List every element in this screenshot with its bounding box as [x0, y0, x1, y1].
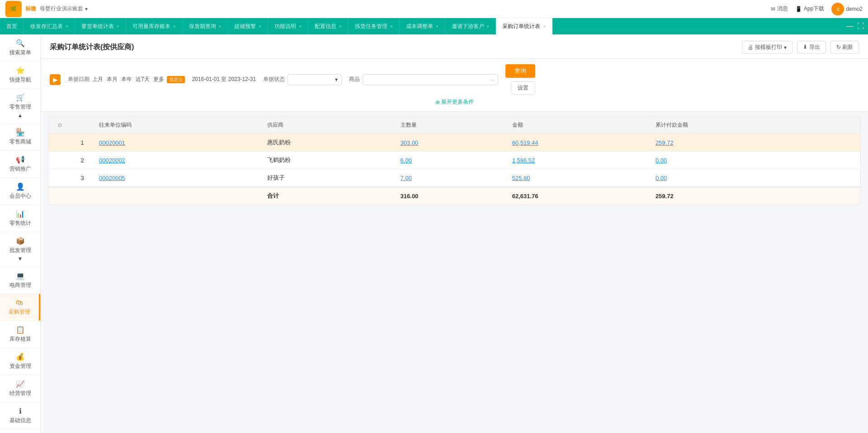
shortcut-7days[interactable]: 近7天: [136, 76, 150, 83]
tab-pick-task[interactable]: 拣货任务管理 ×: [349, 18, 400, 34]
row-amount[interactable]: 525.80: [507, 169, 650, 187]
member-icon: 👤: [16, 182, 25, 191]
sidebar-item-wholesale[interactable]: 📦 批发管理 ▼: [0, 232, 40, 267]
tab-receive-summary[interactable]: 收发存汇总表 ×: [24, 18, 75, 34]
close-icon[interactable]: ×: [487, 24, 490, 29]
message-icon: ✉: [771, 6, 775, 12]
tab-invite-customer[interactable]: 邀请下游客户 ×: [445, 18, 496, 34]
shortcut-last-month[interactable]: 上月: [92, 76, 103, 83]
row-seq: 2: [71, 152, 94, 169]
app-download-button[interactable]: 📱 App下载: [795, 5, 824, 13]
sidebar-item-basic-info-label: 基础信息: [9, 417, 31, 424]
search-button[interactable]: 查询: [505, 64, 535, 78]
tab-func-desc[interactable]: 功能说明 ×: [268, 18, 308, 34]
minimize-icon[interactable]: —: [846, 22, 854, 30]
template-print-button[interactable]: 🖨 按模板打印 ▾: [742, 41, 793, 54]
close-icon[interactable]: ×: [219, 24, 222, 29]
gear-icon[interactable]: ⚙: [57, 122, 62, 128]
row-extra: [818, 134, 860, 152]
tab-overstock[interactable]: 超储预警 ×: [228, 18, 268, 34]
status-select[interactable]: ▾: [288, 74, 342, 85]
sidebar-item-retail[interactable]: 🛒 零售管理 ▲: [0, 89, 40, 124]
sidebar-item-inventory-label: 库存核算: [9, 335, 31, 343]
sidebar-item-shortcut-label: 快捷导航: [9, 76, 31, 84]
page-content: 采购订单统计表(按供应商) 🖨 按模板打印 ▾ ⬇ 导出 ↻ 刷新: [41, 34, 868, 205]
sidebar-item-marketing[interactable]: 📢 营销推广: [0, 151, 40, 178]
row-main-qty[interactable]: 7.00: [395, 169, 507, 187]
settings-col-header: ⚙: [48, 117, 71, 134]
settings-button[interactable]: 设置: [511, 81, 535, 95]
row-supplier-name: 飞鹤奶粉: [262, 152, 395, 169]
close-icon[interactable]: ×: [390, 24, 393, 29]
close-icon[interactable]: ×: [117, 24, 119, 29]
close-icon[interactable]: ×: [339, 24, 342, 29]
message-button[interactable]: ✉ 消息: [771, 5, 788, 13]
close-icon[interactable]: ×: [436, 24, 439, 29]
shortcut-this-year[interactable]: 本年: [121, 76, 132, 83]
sidebar-item-purchase[interactable]: 🛍 采购管理: [0, 294, 40, 321]
tab-func-desc-label: 功能说明: [274, 23, 296, 30]
close-icon[interactable]: ×: [173, 24, 176, 29]
row-supplier-code[interactable]: 00020001: [94, 134, 262, 152]
tab-home[interactable]: 首页: [0, 18, 24, 34]
tab-expiry-query[interactable]: 保质期查询 ×: [183, 18, 228, 34]
tab-order-summary[interactable]: 要货单统计表 ×: [75, 18, 126, 34]
tab-home-label: 首页: [6, 23, 17, 30]
row-paid-amount[interactable]: 0.00: [650, 152, 818, 169]
supplier-name-col-header: 供应商: [262, 117, 395, 134]
user-profile[interactable]: d demo2: [831, 3, 863, 15]
app-label: App下载: [804, 5, 824, 13]
sidebar-item-system[interactable]: ⚙ 系统管理: [0, 429, 40, 433]
footer-label: 合计: [262, 187, 395, 205]
tab-cost-adjust[interactable]: 成本调整单 ×: [400, 18, 445, 34]
close-icon[interactable]: ×: [66, 24, 68, 29]
tab-config[interactable]: 配置信息 ×: [308, 18, 349, 34]
data-table: ⚙ 往来单位编码 供应商 主数量 金额 累计付款金额 1: [48, 117, 860, 205]
row-paid-amount[interactable]: 0.00: [650, 169, 818, 187]
close-icon[interactable]: ×: [543, 24, 546, 29]
sidebar-item-retail-shop[interactable]: 🏪 零售商城: [0, 124, 40, 151]
row-amount[interactable]: 60,519.44: [507, 134, 650, 152]
wholesale-icon: 📦: [16, 237, 25, 245]
row-supplier-code[interactable]: 00020005: [94, 169, 262, 187]
refresh-button[interactable]: ↻ 刷新: [830, 41, 859, 54]
sidebar-item-retail-stat[interactable]: 📊 零售统计: [0, 205, 40, 232]
shortcut-this-month[interactable]: 本月: [107, 76, 118, 83]
maximize-icon[interactable]: ⛶: [857, 22, 864, 30]
sidebar-item-search[interactable]: 🔍 搜索菜单: [0, 34, 40, 62]
sidebar-item-finance[interactable]: 💰 资金管理: [0, 348, 40, 375]
export-button[interactable]: ⬇ 导出: [797, 41, 826, 54]
extra-col-header: [818, 117, 860, 134]
row-main-qty[interactable]: 303.00: [395, 134, 507, 152]
tab-purchase-summary[interactable]: 采购订单统计表 ×: [496, 18, 552, 34]
main-qty-col-header: 主数量: [395, 117, 507, 134]
row-main-qty[interactable]: 6.00: [395, 152, 507, 169]
sidebar-item-ecommerce[interactable]: 💻 电商管理: [0, 267, 40, 294]
sidebar-item-member[interactable]: 👤 会员中心: [0, 178, 40, 205]
row-paid-amount[interactable]: 259.72: [650, 134, 818, 152]
close-icon[interactable]: ×: [259, 24, 261, 29]
sidebar-item-shortcut[interactable]: ⭐ 快捷导航: [0, 62, 40, 89]
row-amount[interactable]: 1,586.52: [507, 152, 650, 169]
sidebar-item-basic-info[interactable]: ℹ 基础信息: [0, 402, 40, 429]
footer-main-qty: 316.00: [395, 187, 507, 205]
goods-input[interactable]: ···: [363, 74, 498, 85]
toggle-filter-button[interactable]: ▶: [50, 74, 61, 85]
table-row: 1 00020001 惠氏奶粉 303.00 60,519.44 259.72: [48, 134, 860, 152]
sidebar-item-operations[interactable]: 📈 经营管理: [0, 375, 40, 402]
row-supplier-code[interactable]: 00020002: [94, 152, 262, 169]
date-label: 单据日期: [68, 76, 90, 83]
sidebar-item-inventory[interactable]: 📋 库存核算: [0, 321, 40, 348]
arrow-down-icon: ▼: [18, 256, 23, 262]
expand-filter-button[interactable]: ⊕ 展开更多条件: [435, 98, 474, 106]
tab-inventory-ledger[interactable]: 可用量库存账本 ×: [126, 18, 183, 34]
table-footer: 合计 316.00 62,631.76 259.72: [48, 187, 860, 205]
sidebar-item-marketing-label: 营销推广: [9, 165, 31, 173]
workspace-selector[interactable]: 母婴行业演示账套 ▾: [40, 5, 88, 13]
shortcut-more[interactable]: 更多: [153, 76, 164, 83]
goods-filter: 商品 ···: [349, 74, 498, 85]
close-icon[interactable]: ×: [299, 24, 302, 29]
shop-icon: 🏪: [16, 128, 25, 137]
amount-col-header: 金额: [507, 117, 650, 134]
operations-icon: 📈: [16, 380, 25, 388]
